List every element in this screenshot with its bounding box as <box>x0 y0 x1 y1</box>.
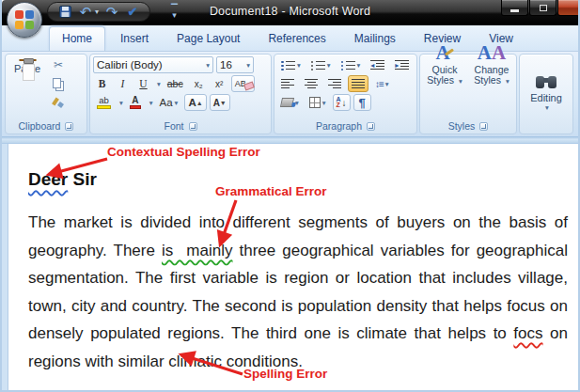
clipboard-group-label: Clipboard <box>19 120 61 132</box>
office-logo-icon <box>15 10 34 29</box>
font-size-combo[interactable]: 16 ▾ <box>216 56 254 73</box>
shading-bucket-icon <box>280 98 294 107</box>
copy-button[interactable] <box>48 75 69 92</box>
contextual-spelling-error-annotation: Contextual Spelling Error <box>107 145 260 159</box>
clear-formatting-button[interactable]: AB <box>231 75 255 92</box>
window-controls <box>500 0 580 16</box>
heading-rest: Sir <box>68 169 97 189</box>
office-button[interactable] <box>7 2 42 38</box>
numbering-button[interactable]: ▾ <box>307 56 335 73</box>
grammar-error-word: is mainly <box>162 242 232 259</box>
subscript-button[interactable]: x₂ <box>190 75 208 92</box>
document-paragraph: The market is divided into different seg… <box>28 209 568 375</box>
font-size-value: 16 <box>220 59 232 71</box>
paragraph-dialog-launcher[interactable] <box>367 122 375 131</box>
text-highlight-button[interactable]: ab <box>93 94 115 111</box>
editing-button[interactable]: Editing ▾ <box>520 55 572 132</box>
increase-indent-button[interactable] <box>391 56 413 73</box>
change-styles-button[interactable]: AA Change Styles ▾ <box>470 55 513 72</box>
numbering-icon <box>311 60 325 71</box>
bullets-button[interactable]: ▾ <box>277 56 305 73</box>
decrease-indent-icon <box>370 60 384 71</box>
clipboard-group: Paste ▾ ✂ Clipboard <box>5 54 87 134</box>
sort-button[interactable]: AZ ↓ <box>333 94 351 111</box>
highlight-dropdown-icon[interactable]: ▾ <box>119 99 123 107</box>
minimize-button[interactable] <box>501 0 528 16</box>
borders-button[interactable]: ▾ <box>306 94 330 111</box>
underline-dropdown-icon[interactable]: ▾ <box>157 80 161 88</box>
font-color-button[interactable]: A <box>126 94 145 111</box>
multilevel-list-icon <box>341 60 355 71</box>
multilevel-list-button[interactable]: ▾ <box>337 56 365 73</box>
title-bar: ↶ ▾ ↷ ✔ ▔▾ Document18 - Microsoft Word <box>2 0 578 25</box>
styles-group: A Quick Styles ▾ AA Change Styles ▾ Styl… <box>419 54 517 134</box>
paragraph-group: ▾ ▾ ▾ ↕≡▾ ▾ ▾ <box>274 54 417 134</box>
shrink-font-button[interactable]: A▼ <box>210 94 230 111</box>
change-styles-icon: AA <box>478 42 506 63</box>
strikethrough-button[interactable]: abc <box>164 75 187 92</box>
grow-font-button[interactable]: A▲ <box>184 94 206 111</box>
paste-button[interactable]: Paste ▾ <box>8 56 46 73</box>
align-left-icon <box>281 79 294 89</box>
shrink-font-caret-icon: ▼ <box>220 101 227 105</box>
font-name-dropdown-icon: ▾ <box>206 61 210 70</box>
clipboard-dialog-launcher[interactable] <box>65 122 73 131</box>
ribbon: Paste ▾ ✂ Clipboard Cal <box>2 52 578 136</box>
font-size-dropdown-icon: ▾ <box>246 61 250 70</box>
decrease-indent-button[interactable] <box>367 56 388 73</box>
grammatical-error-annotation: Grammatical Error <box>215 184 327 198</box>
maximize-button[interactable] <box>529 0 556 16</box>
tab-page-layout[interactable]: Page Layout <box>164 26 253 51</box>
tab-references[interactable]: References <box>255 26 338 51</box>
borders-icon <box>309 97 321 108</box>
quick-styles-button[interactable]: A Quick Styles ▾ <box>423 55 466 72</box>
change-styles-label: Change Styles <box>474 64 509 86</box>
copy-icon <box>53 78 61 88</box>
justify-icon <box>352 79 365 89</box>
tab-home[interactable]: Home <box>49 26 105 51</box>
line-spacing-button[interactable]: ↕≡▾ <box>371 75 393 92</box>
change-case-button[interactable]: Aa ▾ <box>156 94 182 111</box>
change-case-dropdown-icon: ▾ <box>175 99 179 107</box>
underline-button[interactable]: U <box>134 75 152 92</box>
line-spacing-icon: ↕≡ <box>375 79 384 89</box>
tab-insert[interactable]: Insert <box>107 26 162 51</box>
font-dialog-launcher[interactable] <box>189 122 197 131</box>
superscript-button[interactable]: x² <box>211 75 228 92</box>
quick-styles-icon: A <box>435 42 453 63</box>
contextual-error-word: Deer <box>28 169 68 189</box>
align-right-icon <box>328 79 341 89</box>
paste-clipboard-icon <box>19 59 37 61</box>
ribbon-bottom-edge <box>2 136 578 144</box>
document-heading: Deer Sir <box>28 169 97 190</box>
styles-dialog-launcher[interactable] <box>479 122 488 131</box>
shading-button[interactable]: ▾ <box>277 94 303 111</box>
bold-button[interactable]: B <box>93 75 111 92</box>
document-area[interactable]: Contextual Spelling Error Grammatical Er… <box>2 144 578 390</box>
paragraph-group-label: Paragraph <box>316 120 362 132</box>
align-right-button[interactable] <box>324 75 345 92</box>
change-case-label: Aa <box>160 97 173 108</box>
grow-font-caret-icon: ▲ <box>196 101 203 105</box>
show-hide-paragraph-button[interactable]: ¶ <box>353 94 371 111</box>
align-left-button[interactable] <box>277 75 298 92</box>
spelling-error-word: focs <box>513 324 542 342</box>
font-group-label: Font <box>164 120 183 132</box>
font-color-dropdown-icon[interactable]: ▾ <box>149 99 153 107</box>
cut-button[interactable]: ✂ <box>48 56 69 73</box>
format-painter-icon <box>53 97 64 108</box>
quick-styles-label: Quick Styles <box>427 64 457 86</box>
editing-label: Editing <box>530 92 562 103</box>
font-color-bar <box>130 105 141 109</box>
tab-mailings[interactable]: Mailings <box>341 26 409 51</box>
align-center-button[interactable] <box>301 75 321 92</box>
highlight-color-bar <box>97 105 111 109</box>
editing-group: Editing ▾ <box>519 54 573 134</box>
close-button[interactable] <box>557 0 580 16</box>
font-name-combo[interactable]: Calibri (Body) ▾ <box>93 56 213 73</box>
format-painter-button[interactable] <box>48 94 69 111</box>
italic-button[interactable]: I <box>114 75 132 92</box>
align-center-icon <box>305 79 318 89</box>
justify-button[interactable] <box>348 75 368 92</box>
styles-group-label: Styles <box>448 120 476 132</box>
